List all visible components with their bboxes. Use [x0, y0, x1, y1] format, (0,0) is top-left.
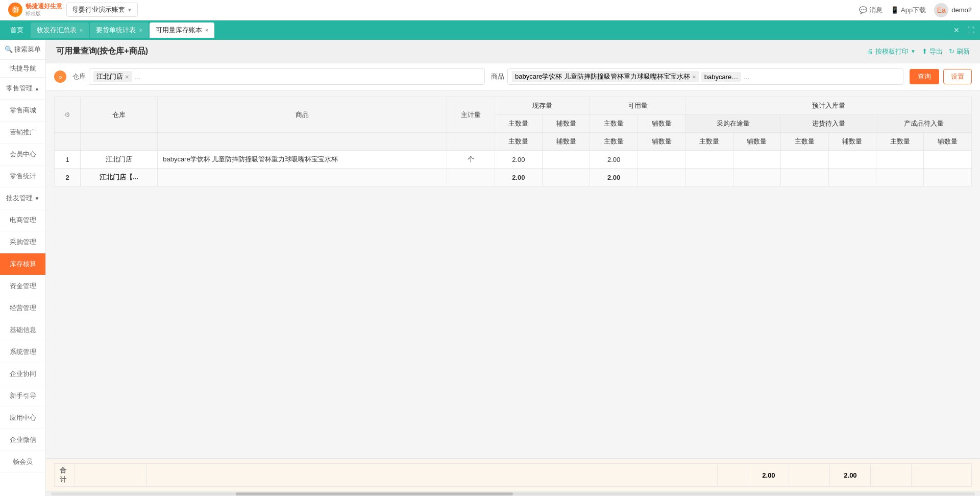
row1-warehouse: 江北门店 [81, 151, 158, 169]
app-subtitle: 标准版 [26, 10, 62, 17]
sidebar-item-enterprise[interactable]: 企业协同 [0, 363, 45, 385]
tab-receipts[interactable]: 收发存汇总表 × [31, 22, 89, 38]
tab-order-stats[interactable]: 要货单统计表 × [90, 22, 148, 38]
sidebar-finance-label: 资金管理 [10, 281, 36, 291]
row2-product [158, 169, 447, 186]
th-pur-main: 主数量 [685, 133, 733, 151]
user-area[interactable]: Ea demo2 [934, 3, 972, 17]
product-tag-2-value: babycare… [704, 73, 738, 81]
maximize-window-button[interactable]: ⛶ [966, 25, 976, 35]
print-template-button[interactable]: 🖨 按模板打印 ▼ [867, 47, 916, 56]
sidebar-vip-label: 畅会员 [13, 457, 33, 466]
export-label: 导出 [929, 47, 943, 56]
sidebar-member-center-label: 会员中心 [10, 150, 36, 159]
sidebar-item-retail-mgmt[interactable]: 零售管理 ▲ [0, 78, 45, 100]
row1-pur-transit-main [685, 151, 733, 169]
wholesale-expand-icon: ▼ [35, 196, 40, 201]
th-pend-aux: 辅数量 [828, 133, 876, 151]
sidebar-search[interactable]: 🔍 搜索菜单 [0, 40, 45, 60]
footer-stock-aux [789, 464, 830, 487]
search-icon: 🔍 [5, 45, 13, 53]
inventory-tab-close-icon[interactable]: × [205, 27, 208, 33]
app-download-button[interactable]: 📱 App下载 [891, 6, 926, 15]
th-warehouse-2 [81, 133, 158, 151]
industry-selector[interactable]: 母婴行业演示账套 ▼ [66, 3, 138, 17]
sidebar-item-marketing[interactable]: 营销推广 [0, 122, 45, 144]
sidebar-item-operations[interactable]: 经营管理 [0, 297, 45, 319]
sidebar-quick-nav[interactable]: 快捷导航 [0, 60, 45, 78]
row2-stock-main: 2.00 [495, 169, 542, 186]
table-row: 1 江北门店 babycare学饮杯 儿童防摔防撞吸管杯重力球吸嘴杯宝宝水杯 个… [55, 151, 972, 169]
table-row: 2 江北门店【... 2.00 2.00 [55, 169, 972, 186]
footer-table: 合计 2.00 2.00 [54, 463, 972, 487]
inventory-tab-label: 可用量库存账本 [156, 26, 202, 35]
sidebar-inventory-check-label: 库存核算 [10, 259, 36, 269]
svg-text:好: 好 [13, 6, 19, 13]
filter-area: » 仓库 江北门店 × … 商品 babycare学饮杯 儿童防摔防撞吸管杯重力… [46, 63, 980, 90]
footer-avail-main: 2.00 [830, 464, 871, 487]
sidebar-item-vip[interactable]: 畅会员 [0, 451, 45, 473]
filter-actions: 查询 设置 [910, 69, 972, 84]
avatar-initial: Ea [937, 6, 946, 14]
logo-icon: 好 [8, 3, 22, 17]
sidebar-item-ecommerce[interactable]: 电商管理 [0, 209, 45, 231]
sidebar-item-retail-stats[interactable]: 零售统计 [0, 166, 45, 187]
sidebar-item-system[interactable]: 系统管理 [0, 341, 45, 363]
sidebar-item-retail-mall[interactable]: 零售商城 [0, 100, 45, 122]
product-filter-input[interactable]: babycare学饮杯 儿童防摔防撞吸管杯重力球吸嘴杯宝宝水杯 × babyca… [507, 68, 903, 85]
row1-stock-aux [543, 151, 590, 169]
logo-text-area: 畅捷通好生意 标准版 [26, 3, 62, 17]
sidebar-item-inventory-check[interactable]: 库存核算 [0, 253, 45, 275]
app-title: 畅捷通好生意 [26, 3, 62, 10]
sidebar-quick-nav-label: 快捷导航 [10, 64, 36, 72]
top-bar-right: 💬 消息 📱 App下载 Ea demo2 [859, 3, 972, 17]
top-bar-left: 好 畅捷通好生意 标准版 母婴行业演示账套 ▼ [8, 3, 138, 17]
scroll-thumb[interactable] [236, 492, 513, 495]
order-stats-tab-close-icon[interactable]: × [139, 27, 142, 33]
warehouse-tag-value: 江北门店 [96, 72, 123, 81]
sidebar-item-basic-info[interactable]: 基础信息 [0, 319, 45, 341]
horizontal-scrollbar[interactable] [46, 491, 980, 496]
expand-arrow-icon: ▲ [35, 86, 40, 91]
row1-product: babycare学饮杯 儿童防摔防撞吸管杯重力球吸嘴杯宝宝水杯 [158, 151, 447, 169]
row2-unit [447, 169, 495, 186]
th-pur-aux: 辅数量 [733, 133, 780, 151]
sidebar-item-app-center[interactable]: 应用中心 [0, 407, 45, 429]
row2-prod-pend-aux [924, 169, 972, 186]
th-gear[interactable]: ⚙ [55, 97, 81, 133]
product-tag-1-remove[interactable]: × [692, 73, 696, 81]
query-button[interactable]: 查询 [910, 69, 939, 84]
th-stock-main-2: 主数量 [495, 133, 542, 151]
sidebar-item-wholesale-mgmt[interactable]: 批发管理 ▼ [0, 187, 45, 209]
sidebar-item-enterprise-wx[interactable]: 企业微信 [0, 429, 45, 451]
sidebar-item-new-guide[interactable]: 新手引导 [0, 385, 45, 407]
sidebar-item-finance[interactable]: 资金管理 [0, 275, 45, 297]
print-icon: 🖨 [867, 48, 873, 55]
sidebar-item-purchase[interactable]: 采购管理 [0, 231, 45, 253]
tab-home[interactable]: 首页 [4, 22, 30, 38]
print-dropdown-icon: ▼ [911, 49, 916, 54]
sidebar-new-guide-label: 新手引导 [10, 391, 36, 400]
tab-inventory[interactable]: 可用量库存账本 × [150, 22, 214, 38]
message-icon: 💬 [859, 6, 867, 14]
sidebar-item-member-center[interactable]: 会员中心 [0, 144, 45, 166]
warehouse-tag-remove[interactable]: × [125, 73, 129, 81]
message-button[interactable]: 💬 消息 [859, 6, 883, 15]
warehouse-filter-input[interactable]: 江北门店 × … [89, 68, 485, 85]
export-button[interactable]: ⬆ 导出 [922, 47, 943, 56]
page-actions: 🖨 按模板打印 ▼ ⬆ 导出 ↻ 刷新 [867, 47, 970, 56]
receipts-tab-close-icon[interactable]: × [80, 27, 83, 33]
warehouse-more-icon[interactable]: … [134, 73, 141, 81]
product-tag-1-value: babycare学饮杯 儿童防摔防撞吸管杯重力球吸嘴杯宝宝水杯 [515, 72, 690, 81]
tab-bar: 首页 收发存汇总表 × 要货单统计表 × 可用量库存账本 × ✕ ⛶ [0, 20, 980, 40]
expand-filter-button[interactable]: » [54, 70, 66, 83]
sidebar-operations-label: 经营管理 [10, 303, 36, 313]
tab-bar-right: ✕ ⛶ [951, 25, 976, 35]
product-more-icon[interactable]: … [743, 73, 750, 81]
close-window-button[interactable]: ✕ [951, 25, 962, 35]
th-gear-2 [55, 133, 81, 151]
refresh-button[interactable]: ↻ 刷新 [949, 47, 970, 56]
row1-stock-main: 2.00 [495, 151, 542, 169]
settings-button[interactable]: 设置 [943, 69, 972, 84]
row2-prod-pend-main [876, 169, 923, 186]
